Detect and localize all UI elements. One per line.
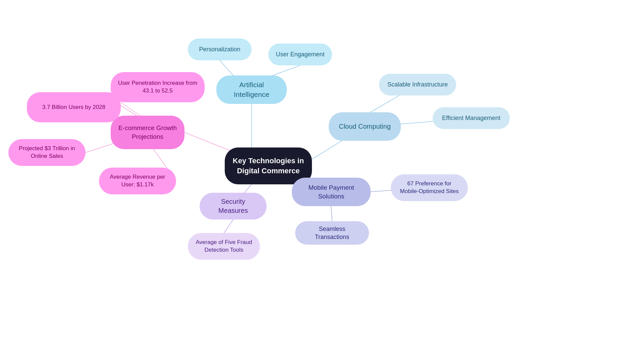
user-penetration-label: User Penetration Increase from 43.1 to 5…: [117, 79, 198, 95]
center-label: Key Technologies in Digital Commerce: [232, 156, 305, 176]
personalization-label: Personalization: [199, 45, 240, 53]
cloud-label: Cloud Computing: [339, 122, 391, 131]
mobile-optimized-label: 67 Preference for Mobile-Optimized Sites: [398, 180, 461, 195]
seamless-transactions-node: Seamless Transactions: [295, 221, 369, 245]
scalable-infrastructure-node: Scalable Infrastructure: [379, 74, 456, 96]
seamless-label: Seamless Transactions: [303, 225, 362, 241]
personalization-node: Personalization: [188, 39, 252, 60]
mobile-optimized-node: 67 Preference for Mobile-Optimized Sites: [391, 174, 468, 201]
mobile-payment-node: Mobile Payment Solutions: [292, 178, 371, 206]
security-label: Security Measures: [207, 197, 259, 215]
avg-revenue-node: Average Revenue per User: $1.17k: [99, 168, 176, 194]
ai-node: Artificial Intelligence: [216, 75, 287, 104]
projected-sales-label: Projected $3 Trillion in Online Sales: [16, 145, 78, 160]
users-2028-label: 3.7 Billion Users by 2028: [42, 104, 105, 111]
svg-line-6: [220, 60, 235, 77]
fraud-label: Average of Five Fraud Detection Tools: [195, 239, 253, 254]
efficient-label: Efficient Management: [442, 114, 500, 122]
avg-revenue-label: Average Revenue per User: $1.17k: [106, 173, 169, 189]
ecommerce-growth-node: E-commerce Growth Projections: [111, 116, 184, 149]
user-engagement-label: User Engagement: [276, 50, 324, 58]
users-2028-node: 3.7 Billion Users by 2028: [27, 92, 121, 122]
user-penetration-node: User Penetration Increase from 43.1 to 5…: [111, 72, 205, 102]
mobile-payment-label: Mobile Payment Solutions: [299, 183, 363, 200]
svg-line-14: [331, 206, 332, 221]
ecommerce-label: E-commerce Growth Projections: [118, 124, 177, 141]
security-measures-node: Security Measures: [200, 193, 267, 220]
user-engagement-node: User Engagement: [268, 44, 332, 65]
projected-sales-node: Projected $3 Trillion in Online Sales: [8, 139, 86, 166]
efficient-management-node: Efficient Management: [433, 107, 510, 129]
scalable-label: Scalable Infrastructure: [387, 80, 448, 88]
svg-line-12: [224, 220, 233, 233]
ai-label: Artificial Intelligence: [224, 80, 279, 99]
fraud-detection-node: Average of Five Fraud Detection Tools: [188, 233, 260, 260]
cloud-computing-node: Cloud Computing: [329, 112, 401, 141]
